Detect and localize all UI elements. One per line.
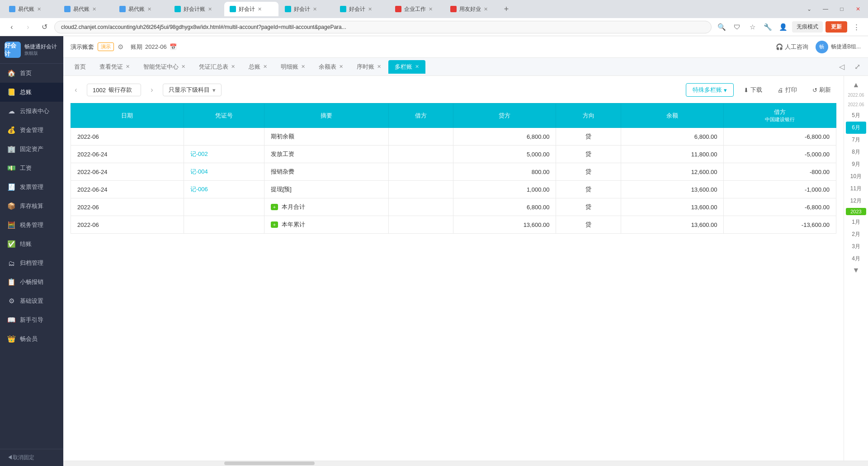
browser-tab-4[interactable]: 好会计账 ✕: [169, 2, 223, 16]
star-icon[interactable]: ☆: [746, 21, 759, 33]
user-account-icon[interactable]: 👤: [777, 21, 789, 33]
month-dec[interactable]: 12月: [844, 195, 868, 207]
tab-smart-voucher-close[interactable]: ✕: [181, 64, 185, 70]
prev-subject-button[interactable]: ‹: [71, 85, 81, 95]
sidebar-item-archive[interactable]: 🗂 归档管理: [0, 254, 63, 273]
month-jul[interactable]: 7月: [844, 134, 868, 146]
tab-close-2[interactable]: ✕: [92, 6, 96, 12]
forward-button[interactable]: ›: [22, 21, 34, 33]
maximize-button[interactable]: □: [835, 3, 848, 15]
sidebar-item-payroll[interactable]: 💵 工资: [0, 159, 63, 178]
download-button[interactable]: ⬇ 下载: [738, 84, 768, 96]
tab-expand-icon[interactable]: ⤢: [851, 61, 863, 73]
sidebar-item-invoice[interactable]: 🧾 发票管理: [0, 178, 63, 197]
url-bar[interactable]: cloud2.chanjet.com/accounting/uh26t264j5…: [54, 21, 712, 33]
tab-voucher-close[interactable]: ✕: [126, 64, 130, 70]
tab-close-1[interactable]: ✕: [37, 6, 41, 12]
browser-tab-8[interactable]: 企业工作 ✕: [390, 2, 444, 16]
shield-icon[interactable]: 🛡: [731, 21, 743, 33]
calendar-icon[interactable]: 📅: [170, 43, 177, 50]
tab-close-9[interactable]: ✕: [484, 6, 488, 12]
sidebar-item-member[interactable]: 👑 畅会员: [0, 329, 63, 348]
sidebar-item-inventory[interactable]: 📦 库存核算: [0, 197, 63, 216]
month-aug[interactable]: 8月: [844, 146, 868, 158]
menu-icon[interactable]: ⋮: [850, 21, 863, 33]
refresh-button[interactable]: ↺: [38, 21, 51, 33]
tab-close-6[interactable]: ✕: [313, 6, 317, 12]
sidebar-item-funds[interactable]: 💰 资金管理: [0, 121, 63, 140]
tab-close-3[interactable]: ✕: [147, 6, 151, 12]
tab-multi-column-close[interactable]: ✕: [415, 64, 419, 70]
browser-tab-3[interactable]: 易代账 ✕: [114, 2, 168, 16]
browser-tab-5[interactable]: 好会计 ✕: [224, 2, 278, 16]
sidebar-item-closing[interactable]: ✅ 结账: [0, 235, 63, 254]
sidebar-item-ledger[interactable]: 📒 总账: [0, 83, 63, 102]
month-sep[interactable]: 9月: [844, 158, 868, 170]
print-button[interactable]: 🖨 打印: [772, 84, 802, 96]
tab-list-button[interactable]: ⌄: [803, 3, 816, 15]
special-account-button[interactable]: 特殊多栏账 ▾: [686, 83, 734, 97]
voucher-link-2[interactable]: 记-002: [190, 151, 208, 157]
tab-sequential-close[interactable]: ✕: [377, 64, 381, 70]
bottom-scrollbar[interactable]: [63, 461, 868, 466]
tab-general-ledger-close[interactable]: ✕: [263, 64, 267, 70]
tab-balance-close[interactable]: ✕: [339, 64, 343, 70]
voucher-link-4[interactable]: 记-006: [190, 186, 208, 193]
sidebar-item-expense[interactable]: 📋 小畅报销: [0, 273, 63, 292]
close-button[interactable]: ✕: [852, 3, 864, 15]
tab-close-5[interactable]: ✕: [258, 6, 262, 12]
month-nov[interactable]: 11月: [844, 183, 868, 195]
tab-close-4[interactable]: ✕: [208, 6, 212, 12]
minimize-button[interactable]: —: [819, 3, 832, 15]
sidebar-item-assets[interactable]: 🏢 固定资产: [0, 140, 63, 159]
period-value[interactable]: 2022-06: [145, 43, 167, 50]
month-2023-feb[interactable]: 2月: [844, 228, 868, 240]
tab-collapse-icon[interactable]: ◁: [835, 61, 848, 73]
tab-detailed[interactable]: 明细账 ✕: [274, 60, 311, 74]
month-jun[interactable]: 6月: [846, 122, 866, 134]
month-may[interactable]: 5月: [844, 109, 868, 122]
tab-voucher-summary[interactable]: 凭证汇总表 ✕: [193, 60, 241, 74]
tab-sequential[interactable]: 序时账 ✕: [350, 60, 387, 74]
month-oct[interactable]: 10月: [844, 170, 868, 183]
tab-voucher-summary-close[interactable]: ✕: [231, 64, 235, 70]
sidebar-item-settings[interactable]: ⚙ 基础设置: [0, 292, 63, 311]
filter-dropdown[interactable]: 只显示下级科目 ▾: [163, 84, 222, 96]
tab-close-7[interactable]: ✕: [368, 6, 372, 12]
sidebar-item-reports[interactable]: ☁ 云报表中心: [0, 102, 63, 121]
new-tab-button[interactable]: +: [500, 3, 513, 15]
month-2023-apr[interactable]: 4月: [844, 253, 868, 265]
next-subject-button[interactable]: ›: [146, 85, 157, 95]
consult-button[interactable]: 🎧 人工咨询: [776, 43, 808, 51]
sidebar-cancel-fixed[interactable]: ◀取消固定: [0, 449, 63, 466]
tab-general-ledger[interactable]: 总账 ✕: [242, 60, 274, 74]
extension-icon[interactable]: 🔧: [761, 21, 774, 33]
user-avatar[interactable]: 畅 畅捷通B组...: [816, 41, 861, 53]
tab-detailed-close[interactable]: ✕: [301, 64, 305, 70]
browser-tab-7[interactable]: 好会计 ✕: [335, 2, 389, 16]
month-nav-down-arrow[interactable]: ▼: [851, 265, 862, 276]
month-2023-mar[interactable]: 3月: [844, 240, 868, 253]
search-icon[interactable]: 🔍: [715, 21, 728, 33]
sidebar-item-guide[interactable]: 📖 新手引导: [0, 311, 63, 329]
tab-close-8[interactable]: ✕: [429, 6, 433, 12]
update-button[interactable]: 更新: [826, 21, 847, 33]
month-2023-jan[interactable]: 1月: [844, 216, 868, 228]
tab-balance[interactable]: 余额表 ✕: [312, 60, 349, 74]
browser-tab-2[interactable]: 易代账 ✕: [59, 2, 113, 16]
back-button[interactable]: ‹: [5, 21, 18, 33]
browser-tab-1[interactable]: 易代账 ✕: [4, 2, 58, 16]
refresh-button[interactable]: ↺ 刷新: [807, 84, 836, 96]
tab-multi-column[interactable]: 多栏账 ✕: [388, 60, 425, 74]
month-nav-up-arrow[interactable]: ▲: [851, 80, 862, 90]
sidebar-item-home[interactable]: 🏠 首页: [0, 64, 63, 83]
browser-tab-9[interactable]: 用友好业 ✕: [445, 2, 499, 16]
browser-tab-6[interactable]: 好会计 ✕: [279, 2, 334, 16]
account-settings-icon[interactable]: ⚙: [118, 43, 123, 51]
subject-selector[interactable]: 1002 银行存款: [87, 84, 141, 96]
sidebar-item-tax[interactable]: 🧮 税务管理: [0, 216, 63, 235]
tab-home[interactable]: 首页: [68, 60, 92, 74]
wuhen-button[interactable]: 无痕模式: [792, 21, 823, 33]
tab-voucher[interactable]: 查看凭证 ✕: [93, 60, 136, 74]
tab-smart-voucher[interactable]: 智能凭证中心 ✕: [137, 60, 192, 74]
